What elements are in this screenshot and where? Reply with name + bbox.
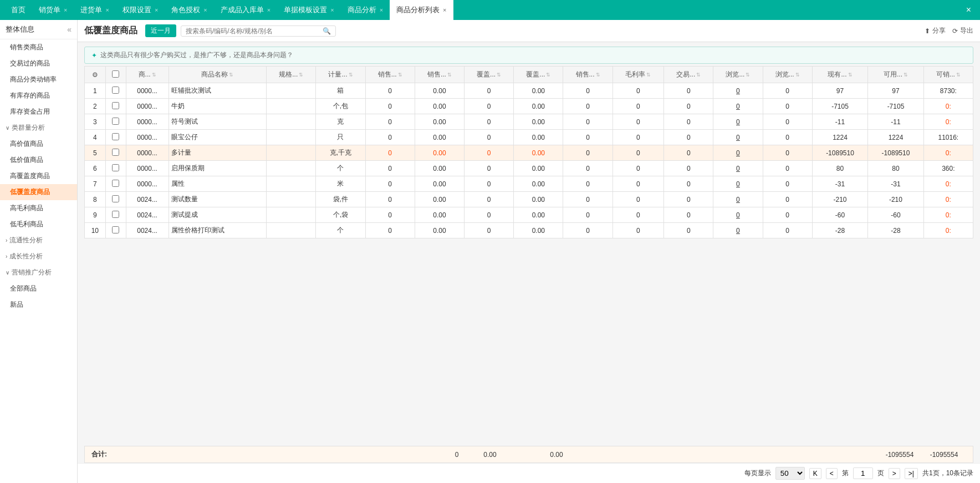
col-header-settings[interactable]: ⚙ xyxy=(85,67,106,83)
view-link[interactable]: 0 xyxy=(736,149,740,157)
sidebar-item-高价值商品[interactable]: 高价值商品 xyxy=(0,136,77,152)
cell-view1[interactable]: 0 xyxy=(713,114,763,130)
nav-item-close-icon[interactable]: × xyxy=(380,7,383,13)
sidebar-section-流通性分析[interactable]: ›流通性分析 xyxy=(0,232,77,248)
sidebar-section-营销推广分析[interactable]: ∨营销推广分析 xyxy=(0,265,77,281)
col-header-current_stock[interactable]: 现有...⇅ xyxy=(812,67,867,83)
export-button[interactable]: ⟳ 导出 xyxy=(952,26,973,35)
nav-item-首页[interactable]: 首页 xyxy=(4,0,32,20)
prev-page-button[interactable]: < xyxy=(826,468,838,479)
row-checkbox[interactable] xyxy=(112,133,119,140)
cell-view1[interactable]: 0 xyxy=(713,99,763,114)
nav-item-权限设置[interactable]: 权限设置× xyxy=(116,0,165,20)
cell-gross_margin: 0 xyxy=(612,145,664,161)
row-checkbox[interactable] xyxy=(112,87,119,94)
page-number-input[interactable] xyxy=(853,467,873,479)
per-page-select[interactable]: 2050100200 xyxy=(775,467,805,480)
col-header-gross_margin[interactable]: 毛利率⇅ xyxy=(612,67,664,83)
cell-view1[interactable]: 0 xyxy=(713,161,763,176)
table-container[interactable]: ⚙商...⇅商品名称⇅规格...⇅计量...⇅销售...⇅销售...⇅覆盖...… xyxy=(78,66,980,446)
sidebar-item-高覆盖度商品[interactable]: 高覆盖度商品 xyxy=(0,168,77,184)
col-header-trans[interactable]: 交易...⇅ xyxy=(664,67,713,83)
col-header-sales_pct[interactable]: 销售...⇅ xyxy=(563,67,612,83)
row-checkbox[interactable] xyxy=(112,149,119,156)
sidebar-item-有库存的商品[interactable]: 有库存的商品 xyxy=(0,88,77,104)
cell-view1[interactable]: 0 xyxy=(713,145,763,161)
row-checkbox[interactable] xyxy=(112,164,119,171)
first-page-button[interactable]: K xyxy=(809,468,821,479)
cell-view1[interactable]: 0 xyxy=(713,223,763,238)
sidebar-item-商品分类动销率[interactable]: 商品分类动销率 xyxy=(0,72,77,88)
nav-item-单据模板设置[interactable]: 单据模板设置× xyxy=(277,0,340,20)
col-header-sales_amt[interactable]: 销售...⇅ xyxy=(415,67,464,83)
close-all-button[interactable]: × xyxy=(962,5,976,15)
view-link[interactable]: 0 xyxy=(736,165,740,172)
cell-view1[interactable]: 0 xyxy=(713,130,763,145)
row-checkbox[interactable] xyxy=(112,180,119,187)
col-header-unit[interactable]: 计量...⇅ xyxy=(316,67,365,83)
col-header-view2[interactable]: 浏览...⇅ xyxy=(763,67,812,83)
view-link[interactable]: 0 xyxy=(736,196,740,204)
sidebar-item-低覆盖度商品[interactable]: 低覆盖度商品 xyxy=(0,184,77,200)
sidebar-item-新品[interactable]: 新品 xyxy=(0,297,77,313)
nav-item-销货单[interactable]: 销货单× xyxy=(32,0,74,20)
nav-item-close-icon[interactable]: × xyxy=(105,7,109,13)
cell-sellable: 360: xyxy=(923,161,973,176)
cell-view1[interactable]: 0 xyxy=(713,192,763,207)
nav-item-close-icon[interactable]: × xyxy=(330,7,334,13)
cell-num: 3 xyxy=(85,114,106,130)
view-link[interactable]: 0 xyxy=(736,134,740,141)
row-checkbox[interactable] xyxy=(112,102,119,109)
col-header-view1[interactable]: 浏览...⇅ xyxy=(713,67,763,83)
col-header-name[interactable]: 商品名称⇅ xyxy=(169,67,267,83)
nav-item-close-icon[interactable]: × xyxy=(155,7,158,13)
view-link[interactable]: 0 xyxy=(736,103,740,110)
nav-item-close-icon[interactable]: × xyxy=(267,7,270,13)
filter-button[interactable]: 近一月 xyxy=(145,24,176,37)
col-header-cover1[interactable]: 覆盖...⇅ xyxy=(465,67,514,83)
cell-view1[interactable]: 0 xyxy=(713,176,763,192)
select-all-checkbox[interactable] xyxy=(112,70,119,78)
cell-view1[interactable]: 0 xyxy=(713,83,763,99)
nav-item-close-icon[interactable]: × xyxy=(203,7,207,13)
row-checkbox[interactable] xyxy=(112,211,119,218)
nav-item-close-icon[interactable]: × xyxy=(443,7,446,13)
last-page-button[interactable]: >| xyxy=(905,468,918,479)
view-link[interactable]: 0 xyxy=(736,180,740,188)
sidebar-section-类群量分析[interactable]: ∨类群量分析 xyxy=(0,120,77,136)
row-checkbox[interactable] xyxy=(112,118,119,125)
sidebar-section-成长性分析[interactable]: ›成长性分析 xyxy=(0,248,77,265)
col-header-sales_qty[interactable]: 销售...⇅ xyxy=(365,67,415,83)
next-page-button[interactable]: > xyxy=(889,468,900,479)
share-button[interactable]: ⬆ 分享 xyxy=(925,26,946,35)
nav-item-商品分析列表[interactable]: 商品分析列表× xyxy=(390,0,453,20)
sidebar-item-高毛利商品[interactable]: 高毛利商品 xyxy=(0,200,77,216)
cell-view1[interactable]: 0 xyxy=(713,207,763,223)
nav-item-进货单[interactable]: 进货单× xyxy=(74,0,115,20)
nav-item-商品分析[interactable]: 商品分析× xyxy=(341,0,390,20)
sidebar-collapse-button[interactable]: « xyxy=(67,25,72,34)
view-link[interactable]: 0 xyxy=(736,211,740,219)
col-header-checkbox[interactable] xyxy=(105,67,126,83)
view-link[interactable]: 0 xyxy=(736,87,740,95)
col-header-available_stock[interactable]: 可用...⇅ xyxy=(868,67,923,83)
nav-item-产成品入库单[interactable]: 产成品入库单× xyxy=(214,0,277,20)
sidebar-item-全部商品[interactable]: 全部商品 xyxy=(0,281,77,297)
sidebar-item-销售类商品[interactable]: 销售类商品 xyxy=(0,39,77,55)
nav-item-close-icon[interactable]: × xyxy=(64,7,67,13)
col-header-sellable[interactable]: 可销...⇅ xyxy=(923,67,973,83)
col-header-code[interactable]: 商...⇅ xyxy=(126,67,169,83)
sidebar-item-交易过的商品[interactable]: 交易过的商品 xyxy=(0,55,77,72)
sidebar-item-低毛利商品[interactable]: 低毛利商品 xyxy=(0,216,77,232)
view-link[interactable]: 0 xyxy=(736,118,740,126)
row-checkbox[interactable] xyxy=(112,195,119,202)
view-link[interactable]: 0 xyxy=(736,227,740,235)
nav-item-角色授权[interactable]: 角色授权× xyxy=(165,0,213,20)
sidebar-item-低价值商品[interactable]: 低价值商品 xyxy=(0,152,77,168)
row-checkbox[interactable] xyxy=(112,226,119,233)
sidebar-item-库存资金占用[interactable]: 库存资金占用 xyxy=(0,104,77,120)
search-icon[interactable]: 🔍 xyxy=(323,27,331,35)
col-header-spec[interactable]: 规格...⇅ xyxy=(267,67,316,83)
col-header-cover2[interactable]: 覆盖...⇅ xyxy=(514,67,563,83)
search-input[interactable] xyxy=(186,27,320,35)
